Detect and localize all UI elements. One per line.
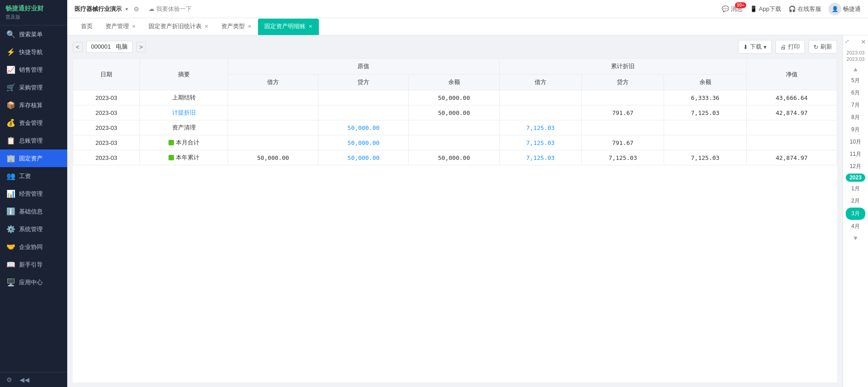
download-icon: 📱 (750, 5, 757, 12)
cell-orig-credit: 50,000.00 (318, 150, 409, 165)
table-row: 2023-03 本年累计 50,000.00 50,000.00 50,000.… (73, 150, 837, 165)
download-arrow-icon: ▾ (764, 44, 767, 50)
app-edition: 普及版 (5, 14, 62, 20)
sidebar-menu: 🔍 搜索菜单 ⚡ 快捷导航 📈 销售管理 🛒 采购管理 📦 库存核算 💰 资金管… (0, 25, 67, 372)
panel-month-11[interactable]: 11月 (843, 148, 868, 160)
sidebar-item-appcenter[interactable]: 🖥️ 应用中心 (0, 273, 67, 291)
experience-icon: ☁ (149, 5, 154, 12)
th-accumulated-depreciation: 累计折旧 (499, 59, 746, 74)
sidebar-item-guide[interactable]: 📖 新手引导 (0, 256, 67, 273)
panel-prev-button[interactable]: ▲ (851, 64, 861, 74)
sidebar-item-purchase[interactable]: 🛒 采购管理 (0, 79, 67, 96)
purchase-icon: 🛒 (6, 83, 15, 92)
panel-month-10[interactable]: 10月 (843, 136, 868, 148)
experience-button[interactable]: ☁ 我要体验一下 (149, 5, 192, 13)
panel-month-1[interactable]: 1月 (843, 183, 868, 195)
asset-detail-table: 日期 摘要 原值 累计折旧 净值 借方 贷方 余额 借方 贷方 余额 (73, 58, 837, 165)
cell-summary: 本月合计 (140, 135, 228, 150)
sidebar-item-sysadmin[interactable]: ⚙️ 系统管理 (0, 220, 67, 238)
panel-month-3-active[interactable]: 3月 (846, 208, 865, 220)
table-row: 2023-03 上期结转 50,000.00 6,333.36 43,666.6… (73, 90, 837, 105)
company-dropdown-icon[interactable]: ▾ (125, 6, 128, 12)
cell-summary: 资产清理 (140, 120, 228, 135)
refresh-button[interactable]: ↻ 刷新 (808, 40, 837, 54)
asset-prev-button[interactable]: < (73, 42, 83, 52)
panel-month-12[interactable]: 12月 (843, 160, 868, 173)
tab-depreciation-stats-close[interactable]: ✕ (204, 24, 208, 30)
sidebar-item-payroll[interactable]: 👥 工资 (0, 167, 67, 185)
tab-asset-type[interactable]: 资产类型 ✕ (215, 19, 258, 35)
sales-icon: 📈 (6, 65, 15, 74)
cell-dep-debit: 7,125.03 (499, 120, 581, 135)
panel-close-button[interactable]: ✕ (861, 38, 866, 45)
print-button[interactable]: 🖨 打印 (775, 40, 805, 54)
payroll-icon: 👥 (6, 172, 15, 180)
footer-settings-icon[interactable]: ⚙ (6, 376, 12, 383)
tab-home-label: 首页 (81, 22, 93, 30)
cell-orig-credit: 50,000.00 (318, 120, 409, 135)
tab-asset-management-close[interactable]: ✕ (132, 24, 136, 30)
table-row: 2023-03 本月合计 50,000.00 7,125.03 791.67 (73, 135, 837, 150)
cell-orig-debit (228, 120, 318, 135)
online-service-button[interactable]: 🎧 在线客服 (789, 5, 821, 13)
sidebar-item-fixed-assets[interactable]: 🏢 固定资产 (0, 149, 67, 167)
app-name: 畅捷通好业财 (5, 5, 62, 13)
panel-month-8[interactable]: 8月 (843, 111, 868, 124)
th-summary: 摘要 (140, 59, 228, 90)
panel-month-5[interactable]: 5月 (843, 74, 868, 87)
asset-name: 电脑 (116, 43, 128, 50)
cell-orig-debit: 50,000.00 (228, 150, 318, 165)
sidebar-item-inventory[interactable]: 📦 库存核算 (0, 96, 67, 114)
right-panel: ✕ ⤢ 2023.03 2023.03 ▲ 5月 6月 7月 8月 9月 10月… (843, 35, 868, 387)
cell-date: 2023-03 (73, 105, 140, 120)
tab-asset-type-close[interactable]: ✕ (248, 24, 252, 30)
tab-depreciation-stats[interactable]: 固定资产折旧统计表 ✕ (142, 19, 215, 35)
panel-month-9[interactable]: 9月 (843, 124, 868, 136)
sidebar-item-quicknav[interactable]: ⚡ 快捷导航 (0, 43, 67, 61)
cell-net-value: 42,874.97 (746, 150, 837, 165)
user-info[interactable]: 👤 畅捷通 (828, 3, 861, 15)
sidebar-item-search[interactable]: 🔍 搜索菜单 (0, 25, 67, 43)
cell-dep-balance: 7,125.03 (664, 150, 746, 165)
print-icon: 🖨 (780, 44, 786, 50)
panel-year-badge[interactable]: 2023 (846, 174, 865, 182)
th-orig-credit: 贷方 (318, 74, 409, 90)
sidebar-item-collab[interactable]: 🤝 企业协同 (0, 238, 67, 256)
cell-dep-credit (582, 120, 664, 135)
sidebar-item-finance[interactable]: 💰 资金管理 (0, 114, 67, 132)
cell-orig-debit (228, 90, 318, 105)
panel-month-2[interactable]: 2月 (843, 195, 868, 207)
download-icon: ⬇ (743, 44, 748, 50)
sidebar-item-sales[interactable]: 📈 销售管理 (0, 61, 67, 79)
company-settings-icon[interactable]: ⚙ (134, 5, 139, 13)
panel-next-button[interactable]: ▼ (851, 233, 861, 243)
panel-month-6[interactable]: 6月 (843, 87, 868, 99)
sidebar-item-operations[interactable]: 📊 经营管理 (0, 185, 67, 203)
panel-expand-button[interactable]: ⤢ (845, 38, 849, 45)
download-button[interactable]: ⬇ 下载 ▾ (738, 40, 772, 54)
sidebar-item-label: 采购管理 (19, 84, 43, 92)
sidebar: 畅捷通好业财 普及版 🔍 搜索菜单 ⚡ 快捷导航 📈 销售管理 🛒 采购管理 📦… (0, 0, 67, 387)
panel-month-7[interactable]: 7月 (843, 99, 868, 111)
tab-asset-management[interactable]: 资产管理 ✕ (99, 19, 142, 35)
tab-asset-detail-close[interactable]: ✕ (308, 24, 312, 30)
panel-top-year1: 2023.03 (847, 50, 865, 55)
tab-home[interactable]: 首页 (74, 19, 99, 35)
sidebar-item-basicinfo[interactable]: ℹ️ 基础信息 (0, 203, 67, 220)
cell-summary: 上期结转 (140, 90, 228, 105)
cell-dep-balance (664, 120, 746, 135)
panel-month-4[interactable]: 4月 (843, 220, 868, 233)
footer-collapse-icon[interactable]: ◀◀ (20, 376, 30, 383)
avatar: 👤 (828, 3, 841, 15)
asset-next-button[interactable]: > (136, 42, 146, 52)
tab-asset-detail[interactable]: 固定资产明细账 ✕ (258, 19, 319, 35)
messages-button[interactable]: 💬 消息 99+ (722, 5, 743, 13)
sidebar-item-ledger[interactable]: 📋 总账管理 (0, 132, 67, 149)
sidebar-footer: ⚙ ◀◀ (0, 372, 67, 387)
company-name[interactable]: 医疗器械行业演示 (74, 5, 122, 13)
th-dep-debit: 借方 (499, 74, 581, 90)
messages-icon: 💬 (722, 5, 729, 12)
app-download-button[interactable]: 📱 App下载 (750, 5, 781, 13)
cell-orig-balance (409, 135, 499, 150)
panel-top-year2: 2023.03 (847, 56, 865, 62)
